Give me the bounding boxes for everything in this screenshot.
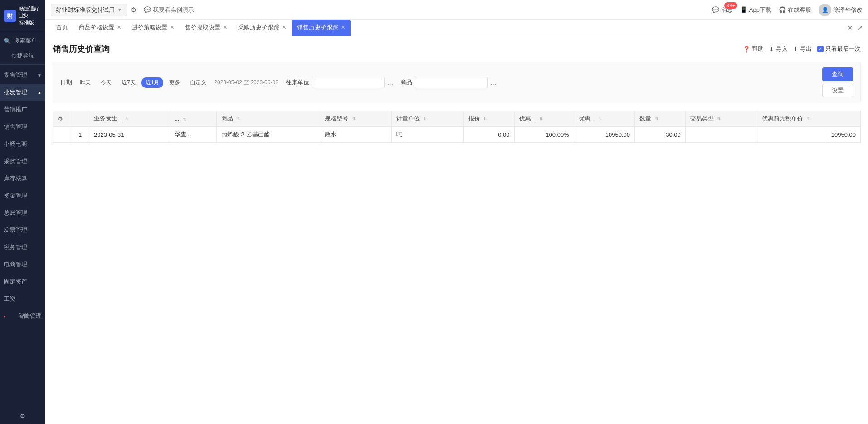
goods-dots[interactable]: ...: [490, 78, 496, 87]
sidebar-item-salary[interactable]: 工资: [0, 290, 45, 308]
page-header: 销售历史价查询 ❓ 帮助 ⬇ 导入 ⬆ 导出 ✓ 只看最后一次: [53, 43, 861, 54]
close-icon[interactable]: ✕: [170, 24, 174, 30]
last1m-btn[interactable]: 近1月: [141, 77, 164, 88]
tab-sale-history-label: 销售历史价跟踪: [297, 24, 338, 32]
today-btn[interactable]: 今天: [97, 77, 116, 88]
page-actions: ❓ 帮助 ⬇ 导入 ⬆ 导出 ✓ 只看最后一次: [743, 45, 861, 53]
sort-icon: ⇅: [126, 116, 129, 121]
col-price[interactable]: 报价 ⇅: [463, 111, 514, 127]
chevron-down-icon: ▼: [117, 7, 122, 12]
sidebar-item-finance[interactable]: 资金管理: [0, 187, 45, 204]
maximize-window-button[interactable]: ⤢: [857, 24, 863, 32]
supplier-dots[interactable]: ...: [387, 78, 393, 87]
query-button[interactable]: 查询: [822, 67, 853, 81]
col-goods[interactable]: 商品 ⇅: [216, 111, 320, 127]
date-range-display: 2023-05-02 至 2023-06-02: [214, 79, 278, 87]
col-unit[interactable]: 计量单位 ⇅: [392, 111, 463, 127]
export-button[interactable]: ⬆ 导出: [793, 45, 812, 53]
product-selector-label: 好业财标准版交付试用: [56, 6, 115, 14]
col-trans-type[interactable]: 交易类型 ⇅: [685, 111, 757, 127]
sidebar-item-purchase[interactable]: 采购管理: [0, 153, 45, 170]
sidebar-item-inventory[interactable]: 库存核算: [0, 170, 45, 187]
custom-btn[interactable]: 自定义: [186, 77, 210, 88]
yesterday-btn[interactable]: 昨天: [76, 77, 95, 88]
sidebar-item-smart[interactable]: ● 智能管理: [0, 308, 45, 325]
sidebar-item-marketing[interactable]: 营销推广: [0, 101, 45, 118]
messages-button[interactable]: 💬 消息 99+: [712, 6, 733, 14]
goods-filter-label: 商品: [400, 78, 412, 87]
topbar-gear-button[interactable]: ⚙: [131, 6, 137, 14]
row-goods-cell: 丙烯酸-2-乙基己酯: [216, 127, 320, 143]
tab-sale-extract-label: 售价提取设置: [185, 24, 220, 32]
col-extra[interactable]: ... ⇅: [170, 111, 216, 127]
col-settings[interactable]: ⚙: [53, 111, 71, 127]
row-spec-cell: 散水: [320, 127, 392, 143]
sidebar-divider: [0, 64, 45, 65]
close-icon[interactable]: ✕: [117, 24, 121, 30]
close-icon[interactable]: ✕: [282, 24, 286, 30]
sidebar-item-tax[interactable]: 税务管理: [0, 239, 45, 256]
tab-purchase-history[interactable]: 采购历史价跟踪 ✕: [233, 20, 292, 36]
sort-icon: ⇅: [424, 116, 427, 121]
more-btn[interactable]: 更多: [165, 77, 184, 88]
demo-button[interactable]: 💬 我要看实例演示: [144, 6, 194, 14]
sidebar-item-wholesale[interactable]: 批发管理 ▲: [0, 84, 45, 101]
username-label: 徐泽华修改: [833, 6, 863, 14]
main-area: 好业财标准版交付试用 ▼ ⚙ 💬 我要看实例演示 💬 消息 99+ 📱 App下…: [45, 0, 868, 424]
last7-btn[interactable]: 近7天: [117, 77, 140, 88]
tab-purchase-strategy[interactable]: 进价策略设置 ✕: [127, 20, 180, 36]
row-num-cell: 1: [71, 127, 89, 143]
tab-home[interactable]: 首页: [51, 20, 73, 36]
help-button[interactable]: ❓ 帮助: [743, 45, 764, 53]
sidebar-quick-nav[interactable]: 快捷导航: [0, 49, 45, 63]
row-price-cell: 0.00: [463, 127, 514, 143]
avatar: 👤: [819, 4, 831, 16]
product-selector[interactable]: 好业财标准版交付试用 ▼: [51, 4, 127, 16]
tab-sale-extract[interactable]: 售价提取设置 ✕: [180, 20, 233, 36]
col-bizdate[interactable]: 业务发生... ⇅: [89, 111, 170, 127]
sort-icon: ⇅: [352, 116, 356, 121]
sidebar-item-retail[interactable]: 零售管理 ▼: [0, 67, 45, 84]
date-filter-group: 日期 昨天 今天 近7天 近1月 更多 自定义 2023-05-02 至 202…: [60, 77, 278, 88]
import-button[interactable]: ⬇ 导入: [769, 45, 788, 53]
supplier-input[interactable]: [312, 77, 385, 88]
col-quantity[interactable]: 数量 ⇅: [635, 111, 686, 127]
col-discount-price[interactable]: 优惠... ⇅: [574, 111, 634, 127]
tab-home-label: 首页: [56, 24, 68, 32]
page-title: 销售历史价查询: [53, 43, 110, 54]
col-spec[interactable]: 规格型号 ⇅: [320, 111, 392, 127]
tab-price[interactable]: 商品价格设置 ✕: [73, 20, 127, 36]
settings-button[interactable]: 设置: [822, 84, 853, 97]
tab-purchase-strategy-label: 进价策略设置: [132, 24, 167, 32]
app-download-button[interactable]: 📱 App下载: [740, 6, 771, 14]
goods-input[interactable]: [415, 77, 488, 88]
export-label: 导出: [800, 45, 812, 53]
online-service-button[interactable]: 🎧 在线客服: [779, 6, 811, 14]
supplier-filter-group: 往来单位 ...: [286, 77, 393, 88]
sidebar-item-ecommerce-small[interactable]: 小畅电商: [0, 135, 45, 153]
tab-price-label: 商品价格设置: [79, 24, 114, 32]
sort-icon: ⇅: [599, 116, 602, 121]
close-window-button[interactable]: ✕: [847, 24, 853, 32]
row-extra-cell: 华查...: [170, 127, 216, 143]
user-menu-button[interactable]: 👤 徐泽华修改: [819, 4, 863, 16]
last-only-checkbox-label[interactable]: ✓ 只看最后一次: [817, 45, 861, 53]
sidebar-item-invoice[interactable]: 发票管理: [0, 222, 45, 239]
sidebar-item-ecommerce[interactable]: 电商管理: [0, 256, 45, 273]
sidebar-item-general-ledger[interactable]: 总账管理: [0, 204, 45, 222]
sidebar-item-sales[interactable]: 销售管理: [0, 118, 45, 135]
sidebar-settings-button[interactable]: ⚙: [0, 408, 45, 424]
sidebar-item-assets[interactable]: 固定资产: [0, 273, 45, 290]
date-buttons: 昨天 今天 近7天 近1月 更多 自定义: [76, 77, 210, 88]
col-pretax-price[interactable]: 优惠前无税单价 ⇅: [757, 111, 861, 127]
tab-sale-history[interactable]: 销售历史价跟踪 ✕: [292, 20, 351, 36]
col-discount-rate[interactable]: 优惠... ⇅: [514, 111, 574, 127]
last-only-label: 只看最后一次: [825, 45, 861, 53]
row-quantity-cell: 30.00: [635, 127, 686, 143]
date-filter-label: 日期: [60, 78, 72, 87]
close-icon[interactable]: ✕: [341, 24, 345, 30]
table-header-row: ⚙ 业务发生... ⇅ ... ⇅ 商品 ⇅: [53, 111, 861, 127]
sidebar-search[interactable]: 🔍 搜索菜单: [0, 32, 45, 49]
close-icon[interactable]: ✕: [223, 24, 227, 30]
last-only-checkbox[interactable]: ✓: [817, 46, 824, 52]
